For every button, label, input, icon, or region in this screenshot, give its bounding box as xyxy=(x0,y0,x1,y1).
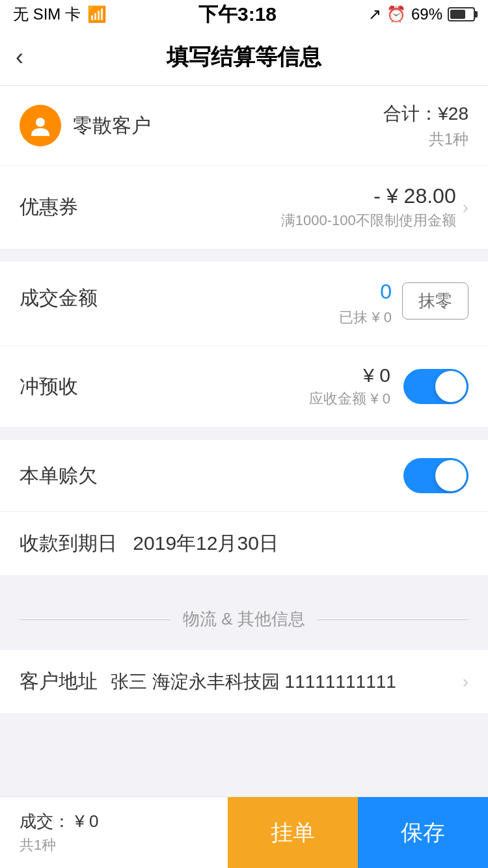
round-zero-button[interactable]: 抹零 xyxy=(402,282,468,319)
bottom-deal-text: 成交： ¥ 0 xyxy=(20,810,208,833)
customer-total: 合计：¥28 xyxy=(383,102,468,126)
due-date-row: 收款到期日 2019年12月30日 xyxy=(0,511,488,575)
deal-already-rounded: 已抹 ¥ 0 xyxy=(339,308,392,327)
address-label: 客户地址 xyxy=(20,668,98,695)
debt-section: 本单赊欠 收款到期日 2019年12月30日 xyxy=(0,440,488,575)
bottom-bar: 成交： ¥ 0 共1种 挂单 保存 xyxy=(0,796,488,868)
nav-bar: ‹ 填写结算等信息 xyxy=(0,29,488,86)
debt-label: 本单赊欠 xyxy=(20,463,98,489)
deal-amount-label: 成交金额 xyxy=(20,280,98,312)
status-right: ↗ ⏰ 69% xyxy=(368,5,475,23)
debt-toggle-knob xyxy=(435,460,467,491)
bottom-deal-value: ¥ 0 xyxy=(75,811,98,831)
page-title: 填写结算等信息 xyxy=(167,42,321,72)
chevron-right-icon: › xyxy=(463,197,468,218)
deal-input-area: 0 已抹 ¥ 0 xyxy=(339,280,392,327)
deal-right: 0 已抹 ¥ 0 抹零 xyxy=(339,280,468,327)
prepay-right: ¥ 0 应收金额 ¥ 0 xyxy=(309,364,468,409)
logistics-label: 物流 & 其他信息 xyxy=(170,608,318,631)
coupon-right: - ¥ 28.00 满1000-100不限制使用金额 › xyxy=(281,184,468,230)
prepay-row: 冲预收 ¥ 0 应收金额 ¥ 0 xyxy=(0,346,488,427)
coupon-label: 优惠券 xyxy=(20,194,78,221)
prepay-receivable: 应收金额 ¥ 0 xyxy=(309,389,390,409)
debt-row: 本单赊欠 xyxy=(0,440,488,511)
logistics-header: 物流 & 其他信息 xyxy=(0,588,488,650)
address-value: 张三 海淀永丰科技园 11111111111 xyxy=(111,670,463,694)
prepay-value-area: ¥ 0 应收金额 ¥ 0 xyxy=(309,364,390,409)
customer-row: 零散客户 合计：¥28 共1种 xyxy=(0,86,488,165)
avatar xyxy=(20,105,61,146)
coupon-value: - ¥ 28.00 满1000-100不限制使用金额 xyxy=(281,184,456,230)
customer-count: 共1种 xyxy=(383,129,468,150)
location-icon: ↗ xyxy=(368,5,381,23)
wifi-icon: 📶 xyxy=(87,5,107,23)
customer-summary: 合计：¥28 共1种 xyxy=(383,102,468,150)
bottom-summary: 成交： ¥ 0 共1种 xyxy=(0,810,228,855)
address-row[interactable]: 客户地址 张三 海淀永丰科技园 11111111111 › xyxy=(0,650,488,713)
address-section: 客户地址 张三 海淀永丰科技园 11111111111 › xyxy=(0,650,488,713)
customer-left: 零散客户 xyxy=(20,105,151,146)
deal-section: 成交金额 0 已抹 ¥ 0 抹零 冲预收 ¥ 0 应收金额 ¥ 0 xyxy=(0,262,488,427)
status-bar: 无 SIM 卡 📶 下午3:18 ↗ ⏰ 69% xyxy=(0,0,488,29)
deal-amount-row: 成交金额 0 已抹 ¥ 0 抹零 xyxy=(0,262,488,346)
battery-percent: 69% xyxy=(411,5,442,23)
status-left: 无 SIM 卡 📶 xyxy=(13,4,107,25)
alarm-icon: ⏰ xyxy=(386,5,406,23)
customer-name: 零散客户 xyxy=(73,113,151,139)
address-chevron-icon: › xyxy=(463,671,468,692)
debt-toggle[interactable] xyxy=(403,458,468,493)
coupon-row[interactable]: 优惠券 - ¥ 28.00 满1000-100不限制使用金额 › xyxy=(0,165,488,249)
prepay-label: 冲预收 xyxy=(20,373,78,400)
divider-1 xyxy=(0,249,488,262)
save-button[interactable]: 保存 xyxy=(358,797,488,869)
coupon-amount: - ¥ 28.00 xyxy=(281,184,456,208)
prepay-toggle[interactable] xyxy=(403,369,468,404)
svg-point-0 xyxy=(36,118,45,127)
prepay-amount: ¥ 0 xyxy=(309,364,390,387)
status-time: 下午3:18 xyxy=(198,1,277,28)
due-date-label: 收款到期日 2019年12月30日 xyxy=(20,532,278,554)
divider-3 xyxy=(0,575,488,588)
toggle-knob xyxy=(435,371,467,402)
carrier-text: 无 SIM 卡 xyxy=(13,4,81,25)
back-button[interactable]: ‹ xyxy=(16,44,23,71)
battery-icon xyxy=(448,7,475,21)
divider-2 xyxy=(0,427,488,440)
coupon-desc: 满1000-100不限制使用金额 xyxy=(281,211,456,230)
hang-button[interactable]: 挂单 xyxy=(228,797,358,869)
deal-amount-value[interactable]: 0 xyxy=(339,280,392,304)
bottom-count: 共1种 xyxy=(20,835,208,855)
due-date-value: 2019年12月30日 xyxy=(133,532,278,554)
